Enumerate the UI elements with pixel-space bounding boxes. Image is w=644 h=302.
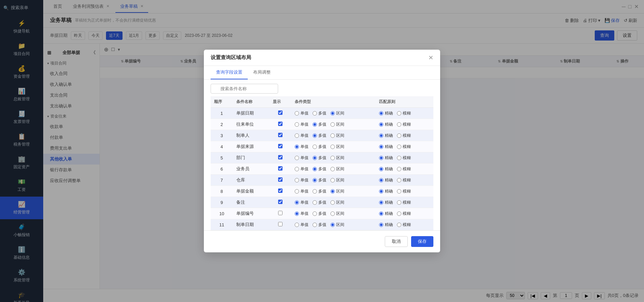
match-option[interactable]: 精确	[379, 166, 393, 172]
condition-type-option[interactable]: 单值	[295, 144, 308, 150]
match-option[interactable]: 精确	[379, 188, 393, 194]
match-option[interactable]: 模糊	[397, 211, 411, 217]
cell-match: 精确模糊	[376, 119, 433, 130]
condition-type-option[interactable]: 区间	[330, 177, 344, 183]
modal-save-button[interactable]: 保存	[411, 236, 433, 247]
condition-type-option[interactable]: 区间	[330, 166, 344, 172]
show-checkbox[interactable]	[278, 177, 283, 182]
match-option[interactable]: 模糊	[397, 144, 411, 150]
show-checkbox[interactable]	[278, 188, 283, 193]
modal-table-row: 4单据来源单值多值区间精确模糊	[211, 141, 433, 152]
modal-table-row: 6业务员单值多值区间精确模糊	[211, 163, 433, 175]
match-option[interactable]: 精确	[379, 211, 393, 217]
match-option[interactable]: 模糊	[397, 188, 411, 194]
modal-tab-fields[interactable]: 查询字段设置	[211, 66, 248, 79]
condition-type-option[interactable]: 多值	[313, 211, 326, 217]
show-checkbox[interactable]	[278, 155, 283, 159]
show-checkbox[interactable]	[278, 144, 283, 148]
match-option[interactable]: 模糊	[397, 133, 411, 139]
modal-title: 设置查询区域布局	[211, 54, 251, 61]
modal-tab-layout[interactable]: 布局调整	[248, 66, 276, 79]
condition-type-option[interactable]: 单值	[295, 222, 308, 228]
cell-condition-type: 单值多值区间	[291, 163, 376, 175]
condition-type-option[interactable]: 单值	[295, 200, 308, 205]
show-checkbox[interactable]	[278, 110, 283, 115]
cell-show	[269, 108, 292, 119]
cell-condition-type: 单值多值区间	[291, 219, 376, 230]
match-option[interactable]: 模糊	[397, 200, 411, 205]
show-checkbox[interactable]	[278, 133, 283, 137]
cell-match: 精确模糊	[376, 152, 433, 163]
cell-condition-type: 单值多值区间	[291, 141, 376, 152]
condition-type-option[interactable]: 单值	[295, 155, 308, 161]
show-checkbox[interactable]	[278, 166, 283, 171]
modal-table-row: 5部门单值多值区间精确模糊	[211, 152, 433, 163]
cell-order: 5	[211, 152, 233, 163]
match-option[interactable]: 模糊	[397, 177, 411, 183]
condition-type-option[interactable]: 单值	[295, 211, 308, 217]
condition-type-option[interactable]: 多值	[313, 133, 326, 139]
cell-condition-name: 单据金额	[233, 186, 269, 197]
condition-type-option[interactable]: 单值	[295, 188, 308, 194]
show-checkbox[interactable]	[278, 211, 283, 215]
modal-footer: 取消 保存	[204, 230, 440, 252]
match-option[interactable]: 模糊	[397, 222, 411, 228]
match-option[interactable]: 模糊	[397, 122, 411, 127]
condition-type-option[interactable]: 多值	[313, 122, 326, 127]
cell-match: 精确模糊	[376, 141, 433, 152]
match-option[interactable]: 精确	[379, 222, 393, 228]
modal-close-button[interactable]: ✕	[428, 55, 433, 61]
condition-type-option[interactable]: 区间	[330, 155, 344, 161]
condition-type-option[interactable]: 区间	[330, 188, 344, 194]
condition-type-option[interactable]: 多值	[313, 155, 326, 161]
condition-type-option[interactable]: 单值	[295, 177, 308, 183]
condition-type-option[interactable]: 区间	[330, 133, 344, 139]
show-checkbox[interactable]	[278, 200, 283, 204]
show-checkbox[interactable]	[278, 222, 283, 226]
cell-match: 精确模糊	[376, 186, 433, 197]
cell-show	[269, 208, 292, 219]
condition-type-option[interactable]: 区间	[330, 122, 344, 127]
cell-show	[269, 119, 292, 130]
condition-type-option[interactable]: 多值	[313, 110, 326, 116]
cell-show	[269, 175, 292, 186]
match-option[interactable]: 精确	[379, 200, 393, 205]
cell-order: 1	[211, 108, 233, 119]
condition-type-option[interactable]: 多值	[313, 177, 326, 183]
cell-condition-name: 制单人	[233, 130, 269, 141]
match-option[interactable]: 精确	[379, 144, 393, 150]
match-option[interactable]: 精确	[379, 122, 393, 127]
match-option[interactable]: 模糊	[397, 166, 411, 172]
condition-type-option[interactable]: 单值	[295, 166, 308, 172]
cancel-button[interactable]: 取消	[385, 236, 408, 247]
condition-type-option[interactable]: 单值	[295, 133, 308, 139]
condition-type-option[interactable]: 区间	[330, 222, 344, 228]
condition-type-option[interactable]: 区间	[330, 200, 344, 205]
condition-type-option[interactable]: 多值	[313, 200, 326, 205]
condition-type-option[interactable]: 多值	[313, 222, 326, 228]
condition-type-option[interactable]: 区间	[330, 211, 344, 217]
condition-type-option[interactable]: 多值	[313, 188, 326, 194]
match-option[interactable]: 精确	[379, 177, 393, 183]
condition-type-option[interactable]: 区间	[330, 144, 344, 150]
modal-search-input[interactable]	[211, 84, 278, 94]
match-option[interactable]: 模糊	[397, 110, 411, 116]
match-option[interactable]: 精确	[379, 155, 393, 161]
cell-condition-name: 仓库	[233, 175, 269, 186]
condition-type-option[interactable]: 区间	[330, 110, 344, 116]
col-name: 条件名称	[233, 96, 269, 108]
cell-condition-type: 单值多值区间	[291, 197, 376, 208]
match-option[interactable]: 精确	[379, 133, 393, 139]
cell-order: 3	[211, 130, 233, 141]
match-option[interactable]: 模糊	[397, 155, 411, 161]
condition-type-option[interactable]: 多值	[313, 166, 326, 172]
cell-show	[269, 186, 292, 197]
condition-type-option[interactable]: 多值	[313, 144, 326, 150]
condition-type-option[interactable]: 单值	[295, 110, 308, 116]
cell-order: 6	[211, 163, 233, 175]
condition-type-option[interactable]: 单值	[295, 122, 308, 127]
match-option[interactable]: 精确	[379, 110, 393, 116]
modal-overlay: 设置查询区域布局 ✕ 查询字段设置 布局调整 🔍 顺序 条件名称	[0, 0, 644, 302]
show-checkbox[interactable]	[278, 122, 283, 126]
cell-show	[269, 219, 292, 230]
